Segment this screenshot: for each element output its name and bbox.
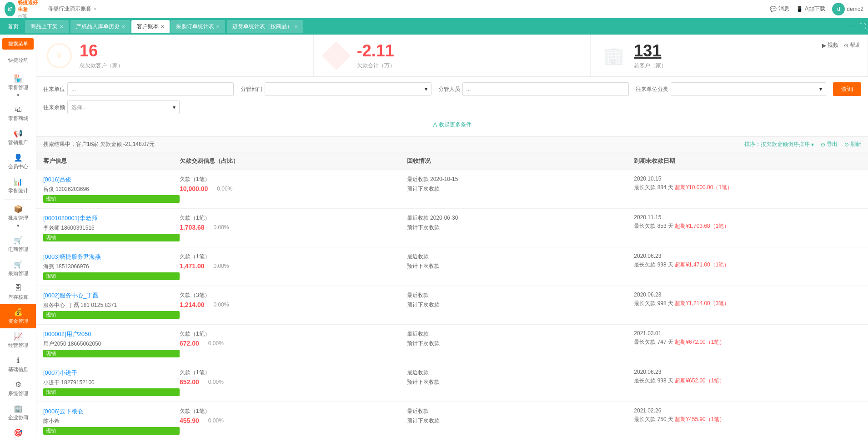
due-date-2: 2020.06.23 <box>634 253 861 259</box>
customer-tag-1: 现销 <box>43 234 180 241</box>
collapse-bar[interactable]: ⋀ 收起更多条件 <box>43 119 861 131</box>
sidebar-item-batch-mgmt[interactable]: 📦 批发管理 ▾ <box>0 201 36 232</box>
debt-count-5: 欠款（1笔） <box>180 369 407 377</box>
tab-maximize-btn[interactable]: ⛶ <box>859 23 866 30</box>
company-name: 母婴行业演示账套 ▾ <box>48 5 96 13</box>
sidebar-item-retail-mall[interactable]: 🛍 零售商城 <box>0 102 36 126</box>
sidebar-item-retail-mgmt[interactable]: 🏪 零售管理 ▾ <box>0 70 36 102</box>
recovery-info-1: 最近收款 2020-06-30 预计下次收款 <box>407 214 634 241</box>
result-bar: 搜索结果中，客户16家 欠款金额 -21,148.07元 排序：按欠款金额倒序排… <box>36 137 868 152</box>
customer-info-5: [0007]小进干 小进干 18279152100 现销 <box>43 369 180 396</box>
customer-detail-2: 海燕 18513066976 <box>43 263 180 271</box>
customer-name-5[interactable]: [0007]小进干 <box>43 369 180 377</box>
tab-customer-account-close[interactable]: ✕ <box>161 24 164 29</box>
stats-row: ¥ 16 总欠款客户（家） -2.11 欠款合计（万） <box>36 35 868 77</box>
total-customers-value: 131 <box>634 41 667 60</box>
customer-name-0[interactable]: [0016]吕俊 <box>43 176 180 184</box>
tab-customer-account[interactable]: 客户账本 ✕ <box>131 20 170 33</box>
customer-name-4[interactable]: [000002]用户2050 <box>43 330 180 338</box>
sidebar-item-basic-info[interactable]: ℹ 基础信息 <box>0 352 36 377</box>
finance-icon: 💰 <box>14 308 23 316</box>
filter-from-unit-input[interactable]: ... <box>67 82 234 96</box>
tab-purchase-summary[interactable]: 采购订单统计表 ✕ <box>171 20 225 33</box>
filter-unit-class-select[interactable]: ▾ <box>671 82 826 96</box>
overdue-amount-5[interactable]: 超期¥652.00（1笔） <box>675 377 725 384</box>
refresh-btn[interactable]: ⊙ 刷新 <box>844 141 861 148</box>
app-download-btn[interactable]: 📱 App下载 <box>796 5 825 13</box>
customer-info-6: [0006]云下粮仓 陈小希 现销 <box>43 407 180 435</box>
debt-amount-label: 欠款合计（万） <box>357 62 395 70</box>
sidebar-item-member[interactable]: 👤 会员中心 <box>0 150 36 174</box>
customer-name-3[interactable]: [0002]服务中心_丁磊 <box>43 291 180 300</box>
col-header-recovery: 回收情况 <box>407 157 634 165</box>
customer-detail-1: 李老师 18600391516 <box>43 224 180 232</box>
customer-info-0: [0016]吕俊 吕俊 13026203696 现销 <box>43 176 180 203</box>
customer-name-2[interactable]: [0003]畅捷服务尹海燕 <box>43 253 180 261</box>
tab-purchase-summary-close[interactable]: ✕ <box>216 24 220 29</box>
due-info-2: 2020.06.23 最长欠款 998 天 超期¥1,471.00（1笔） <box>634 253 861 280</box>
ecommerce-icon: 🛒 <box>14 236 23 245</box>
filter-row-1: 往来单位 ... 分管部门 ▾ 分管人员 . <box>43 82 861 96</box>
filter-person-input[interactable]: ... <box>462 82 629 96</box>
debt-percent-4: 0.00% <box>208 340 224 347</box>
sidebar-item-system[interactable]: ⚙ 系统管理 <box>0 377 36 401</box>
customer-tag-4: 现销 <box>43 350 180 357</box>
filter-dept-select[interactable]: ▾ <box>265 82 431 96</box>
sidebar-search-btn[interactable]: 搜索菜单 <box>2 38 34 50</box>
tab-purchase-history[interactable]: 产成品入库单历史 ✕ <box>70 20 130 33</box>
tab-inbound-summary-close[interactable]: ✕ <box>294 24 298 29</box>
filter-person-label: 分管人员 <box>438 85 460 93</box>
overdue-amount-2[interactable]: 超期¥1,471.00（1笔） <box>675 261 729 268</box>
recovery-info-2: 最近收款 预计下次收款 <box>407 253 634 280</box>
sidebar-item-retail-stats[interactable]: 📊 零售统计 <box>0 174 36 198</box>
due-date-0: 2020.10.15 <box>634 176 861 182</box>
due-date-4: 2021.03.01 <box>634 330 861 337</box>
overdue-amount-3[interactable]: 超期¥1,214.00（3笔） <box>675 300 729 306</box>
tab-inbound-summary[interactable]: 进货单统计表（按商品） ✕ <box>227 20 303 33</box>
search-btn[interactable]: 查询 <box>833 82 861 96</box>
debt-amount-4: 672.00 <box>180 340 199 347</box>
retail-mall-icon: 🛍 <box>15 105 22 114</box>
tab-purchase-history-close[interactable]: ✕ <box>121 24 125 29</box>
refresh-icon: ⊙ <box>844 141 849 148</box>
filter-balance-select[interactable]: 选择... ▾ <box>67 100 180 114</box>
message-btn[interactable]: 💬 消息 <box>770 5 789 13</box>
sidebar-item-newbie[interactable]: 🎯 新手引导 <box>0 425 36 437</box>
filter-dept-label: 分管部门 <box>241 85 262 93</box>
view-video-btn[interactable]: ▶ 视频 <box>822 41 838 49</box>
user-profile[interactable]: d demo2 <box>832 3 863 15</box>
dept-arrow-icon: ▾ <box>425 86 427 92</box>
sidebar-item-enterprise[interactable]: 🏢 企业协同 <box>0 401 36 425</box>
sidebar-item-operations[interactable]: 📈 经营管理 <box>0 328 36 352</box>
retail-mgmt-icon: 🏪 <box>14 74 23 83</box>
sidebar-item-quick-nav[interactable]: 快捷导航 <box>0 53 36 67</box>
overdue-amount-4[interactable]: 超期¥672.00（1笔） <box>675 339 725 345</box>
sidebar-item-finance[interactable]: 💰 资金管理 <box>0 304 36 328</box>
overdue-amount-6[interactable]: 超期¥455.90（1笔） <box>675 416 725 422</box>
marketing-icon: 📢 <box>14 129 23 138</box>
debt-count-0: 欠款（1笔） <box>180 176 407 183</box>
data-table: 客户信息 欠款交易信息（占比） 回收情况 到期未收款日期 [0016]吕俊 吕俊… <box>36 152 868 437</box>
help-btn[interactable]: ⊙ 帮助 <box>844 41 861 49</box>
customer-name-1[interactable]: [0001020001]李老师 <box>43 214 180 222</box>
tab-home[interactable]: 首页 <box>2 20 24 33</box>
purchase-icon: 🛒 <box>14 260 23 269</box>
sidebar-item-inventory[interactable]: 🗄 库存核算 <box>0 281 36 304</box>
tab-minimize-btn[interactable]: — <box>849 23 856 30</box>
tab-products-close[interactable]: ✕ <box>60 24 63 29</box>
filter-person: 分管人员 ... <box>438 82 629 96</box>
tab-products[interactable]: 商品上下架 ✕ <box>25 20 69 33</box>
due-info-4: 2021.03.01 最长欠款 747 天 超期¥672.00（1笔） <box>634 330 861 357</box>
sidebar-item-purchase[interactable]: 🛒 采购管理 <box>0 256 36 281</box>
sidebar-item-marketing[interactable]: 📢 营销推广 <box>0 126 36 150</box>
video-icon: ▶ <box>822 42 826 49</box>
overdue-amount-1[interactable]: 超期¥1,703.68（1笔） <box>675 223 729 229</box>
sidebar-item-ecommerce[interactable]: 🛒 电商管理 <box>0 232 36 256</box>
customer-name-6[interactable]: [0006]云下粮仓 <box>43 407 180 416</box>
customer-detail-0: 吕俊 13026203696 <box>43 186 180 193</box>
debt-percent-2: 0.00% <box>214 263 229 269</box>
export-btn[interactable]: ⊙ 导出 <box>821 141 838 148</box>
overdue-amount-0[interactable]: 超期¥10,000.00（1笔） <box>675 184 733 191</box>
next-collect-2: 预计下次收款 <box>407 262 634 270</box>
debt-amount-3: 1,214.00 <box>180 301 205 308</box>
